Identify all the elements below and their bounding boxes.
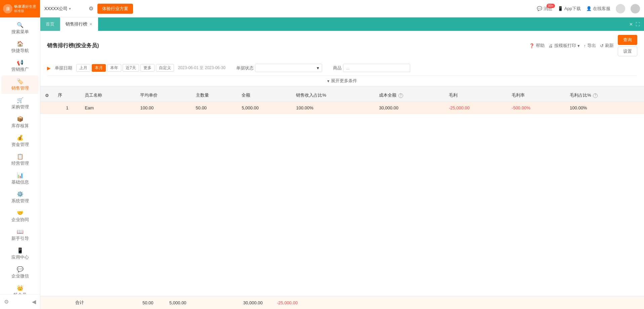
page-title: 销售排行榜(按业务员) [47, 42, 99, 49]
sidebar-item-icon-3: 🏷️ [17, 78, 24, 85]
sidebar-item-icon-10: 🤝 [17, 210, 24, 216]
th-cost: 成本全额 ? [375, 89, 445, 102]
filter-row: ▶ 单据日期 上月 本月 本年 近7天 更多 自定义 2023-06-01 至 … [47, 60, 637, 75]
sidebar-item-label-2: 营销推广 [11, 66, 29, 72]
goods-input[interactable]: ... [343, 64, 410, 72]
industry-btn[interactable]: 体验行业方案 [97, 4, 133, 14]
sidebar-item-5[interactable]: 📦 库存核算 [1, 113, 39, 132]
cell-quantity-0: 50.00 [192, 102, 238, 114]
main-area: XXXXX公司 ▾ ⚙ 体验行业方案 💬 消息 99+ 📱 App下载 👤 在线… [40, 0, 644, 309]
app-download-btn[interactable]: 📱 App下载 [558, 6, 581, 12]
cell-gross-0: -25,000.00 [445, 102, 508, 114]
settings-btn[interactable]: 设置 [618, 46, 637, 56]
sidebar-bottom: ⚙ ◀ [0, 294, 40, 309]
template-print-label: 按模板打印 [554, 43, 576, 49]
date-btn-this-month[interactable]: 本月 [92, 64, 106, 72]
sidebar-item-13[interactable]: 💬 企业微信 [1, 263, 39, 282]
svg-text:康: 康 [6, 6, 10, 11]
expand-label: 展开更多条件 [331, 78, 357, 84]
sidebar-item-12[interactable]: 📱 应用中心 [1, 245, 39, 263]
sidebar-item-3[interactable]: 🏷️ 销售管理 [1, 75, 39, 94]
tab-sales-rank[interactable]: 销售排行榜 ✕ [60, 17, 98, 31]
tab-close-icon[interactable]: ✕ [89, 22, 92, 27]
export-btn[interactable]: ↑ 导出 [584, 43, 596, 49]
sidebar-item-11[interactable]: 📖 新手引导 [1, 226, 39, 244]
company-name: XXXXX公司 [44, 6, 68, 12]
tab-sales-rank-label: 销售排行榜 [66, 21, 87, 27]
date-btn-last-month[interactable]: 上月 [76, 64, 90, 72]
expand-conditions-btn[interactable]: ▾ 展开更多条件 [47, 75, 637, 86]
app-name: 畅康通好生意 [14, 4, 36, 9]
sidebar-item-icon-13: 💬 [17, 266, 24, 272]
gross-pct-info-icon[interactable]: ? [593, 93, 598, 98]
company-selector[interactable]: XXXXX公司 ▾ [44, 6, 85, 12]
content-area: 销售排行榜(按业务员) ❓ 帮助 🖨 按模板打印 ▾ ↑ 导出 [40, 31, 644, 309]
window-close-icon[interactable]: ✕ [629, 22, 633, 27]
tab-home-label: 首页 [46, 21, 54, 27]
tab-home[interactable]: 首页 [40, 17, 60, 31]
user-avatar[interactable] [616, 4, 625, 13]
page-header: 销售排行榜(按业务员) ❓ 帮助 🖨 按模板打印 ▾ ↑ 导出 [40, 31, 644, 86]
expand-chevron-icon: ▾ [327, 79, 330, 84]
sidebar-settings-btn[interactable]: ⚙ [3, 297, 10, 306]
date-btn-custom[interactable]: 自定义 [156, 64, 174, 72]
date-btn-7days[interactable]: 近7天 [123, 64, 139, 72]
sidebar-item-icon-8: 📊 [17, 172, 24, 178]
online-service-btn[interactable]: 👤 在线客服 [586, 6, 610, 12]
cost-info-icon[interactable]: ? [398, 93, 403, 98]
app-download-icon: 📱 [558, 6, 563, 11]
goods-more-icon: ... [346, 65, 350, 70]
sidebar-item-label-10: 企业协同 [11, 217, 29, 223]
sidebar-item-label-8: 基础信息 [11, 179, 29, 185]
sidebar-item-8[interactable]: 📊 基础信息 [1, 169, 39, 188]
company-chevron-icon: ▾ [69, 6, 71, 11]
date-btn-more[interactable]: 更多 [140, 64, 155, 72]
print-chevron-icon: ▾ [577, 43, 580, 48]
sidebar-nav: 🔍 搜索菜单 🏠 快捷导航 📢 营销推广 🏷️ 销售管理 🛒 采购管理 📦 库存… [0, 17, 40, 294]
sidebar-item-10[interactable]: 🤝 企业协同 [1, 207, 39, 225]
tabbar: 首页 销售排行榜 ✕ ✕ ⛶ [40, 17, 644, 31]
topbar-settings-btn[interactable]: ⚙ [87, 4, 95, 13]
sidebar-item-6[interactable]: 💰 资金管理 [1, 132, 39, 150]
th-rank: 序 [54, 89, 81, 102]
sidebar-item-label-3: 销售管理 [11, 85, 29, 91]
refresh-btn[interactable]: ↺ 刷新 [600, 43, 614, 49]
table-head: ⚙ 序 员工名称 平均单价 主数量 全额 销售收入占比% 成本全额 ? 毛利 毛… [40, 89, 644, 102]
sidebar-item-14[interactable]: 👑 畅会员 [1, 282, 39, 294]
sidebar-item-0[interactable]: 🔍 搜索菜单 [1, 19, 39, 38]
cell-sales-pct-0: 100.00% [292, 102, 375, 114]
help-btn[interactable]: ❓ 帮助 [529, 43, 545, 49]
sidebar-item-label-9: 系统管理 [11, 198, 29, 204]
date-filter-label: 单据日期 [55, 65, 72, 71]
date-btn-this-year[interactable]: 本年 [107, 64, 121, 72]
sidebar-collapse-btn[interactable]: ◀ [31, 297, 37, 306]
goods-label: 商品 [333, 65, 342, 71]
sidebar-item-7[interactable]: 📋 经营管理 [1, 151, 39, 169]
sidebar-item-label-13: 企业微信 [11, 273, 29, 279]
query-btn[interactable]: 查询 [618, 35, 637, 45]
footer-amount: 5,000.00 [165, 300, 199, 305]
sidebar-item-icon-2: 📢 [17, 59, 24, 66]
service-icon: 👤 [586, 6, 592, 11]
expand-toggle-icon[interactable]: ▶ [47, 65, 51, 71]
sidebar-item-4[interactable]: 🛒 采购管理 [1, 94, 39, 113]
cell-avg-price-0: 100.00 [136, 102, 191, 114]
footer-label: 合计 [71, 300, 112, 306]
sidebar-item-icon-5: 📦 [17, 116, 24, 122]
sidebar-item-2[interactable]: 📢 营销推广 [1, 57, 39, 75]
sidebar-item-1[interactable]: 🏠 快捷导航 [1, 38, 39, 56]
sidebar-item-label-11: 新手引导 [11, 236, 29, 242]
export-icon: ↑ [584, 43, 586, 48]
messages-btn[interactable]: 💬 消息 99+ [537, 6, 552, 12]
help-icon: ❓ [529, 43, 534, 48]
window-expand-icon[interactable]: ⛶ [636, 22, 640, 27]
table-row: 1 Eam 100.00 50.00 5,000.00 100.00% 30,0… [40, 102, 644, 114]
th-settings[interactable]: ⚙ [40, 89, 54, 102]
window-btns: ✕ ⛶ [625, 22, 644, 27]
sidebar-item-9[interactable]: ⚙️ 系统管理 [1, 188, 39, 207]
cell-amount-0: 5,000.00 [238, 102, 292, 114]
status-select[interactable]: ▾ [255, 64, 322, 72]
date-buttons: 上月 本月 本年 近7天 更多 自定义 [76, 64, 174, 72]
user-name[interactable] [631, 4, 640, 13]
template-print-btn[interactable]: 🖨 按模板打印 ▾ [549, 43, 580, 49]
